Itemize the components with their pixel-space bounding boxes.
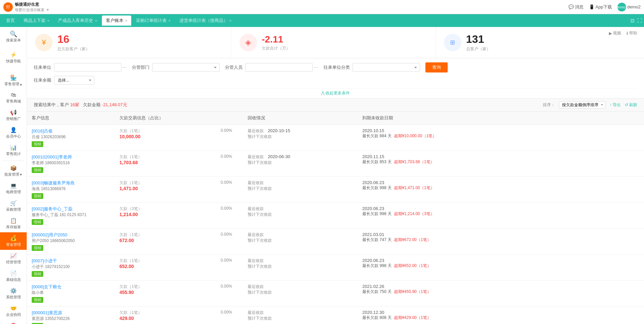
debt-amount-0[interactable]: 10,000.00	[119, 134, 211, 139]
sidebar-item-ecommerce[interactable]: 💻 电商管理	[0, 180, 27, 197]
sidebar-item-quick-nav[interactable]: ⚡ 快捷导航	[0, 49, 27, 66]
filter-collapse-btn[interactable]: ⋀ 收起更多条件	[34, 88, 637, 98]
cell-due-date-2: 2020.06.23 最长欠款 998 天 超期¥1,471.00（1笔）	[358, 177, 644, 203]
source-unit-more[interactable]: ···	[122, 64, 127, 70]
customer-name-6[interactable]: [0006]去下粮仓	[32, 284, 110, 290]
customer-name-7[interactable]: [000001]黄思源	[32, 310, 110, 316]
sidebar-item-basic[interactable]: 📄 基础信息	[0, 267, 27, 285]
customer-name-5[interactable]: [0007]小进干	[32, 258, 110, 264]
last-collect-4: 最近收款	[248, 232, 353, 238]
sidebar-search[interactable]: 🔍 搜索菜单	[0, 27, 27, 46]
customer-name-1[interactable]: [0001020001]李老师	[32, 154, 110, 160]
sidebar-item-purchase[interactable]: 🛒 采购管理	[0, 197, 27, 215]
search-button[interactable]: 查询	[425, 62, 448, 72]
debt-amount-6[interactable]: 455.90	[119, 290, 211, 295]
sidebar-item-operations[interactable]: 📈 经营管理	[0, 250, 27, 267]
tab-products-history[interactable]: 产成品入库单历史 ×	[54, 16, 101, 26]
manager-input[interactable]	[245, 63, 313, 72]
tab-maximize-btn[interactable]: ⛶	[637, 18, 642, 23]
sidebar-item-retail-mgmt[interactable]: 🏪 零售管理 ▲	[0, 72, 27, 89]
export-btn[interactable]: ↑ 导出	[610, 102, 621, 108]
sidebar-quick-nav-section: ⚡ 快捷导航	[0, 46, 27, 69]
tab-customer-account[interactable]: 客户账本 ×	[102, 16, 131, 26]
tab-close-purchase-product[interactable]: ×	[229, 19, 231, 23]
debt-amount-5[interactable]: 652.00	[119, 264, 211, 269]
debt-count-0: 欠款（1笔）	[119, 128, 211, 134]
due-date-0: 2020.10.15	[362, 128, 639, 133]
message-btn[interactable]: 💬 消息	[568, 4, 584, 10]
app-download-btn[interactable]: 📱 App下载	[589, 4, 612, 10]
sidebar-item-system[interactable]: ⚙️ 系统管理	[0, 285, 27, 302]
filter-manager: 分管人员 ···	[225, 63, 318, 72]
due-date-1: 2020.11.15	[362, 154, 639, 159]
sidebar-item-enterprise[interactable]: 🤝 企业协同	[0, 302, 27, 320]
search-icon: 🔍	[0, 30, 27, 38]
overdue-info-6: 最长欠款 750 天 超期¥455.90（1笔）	[362, 289, 639, 295]
tabs-bar: 首页 商品上下架 × 产成品入库单历史 × 客户账本 × 采购订单统计表 × 进…	[0, 14, 644, 27]
cell-customer-info-1: [0001020001]李老师 李老师 18600391516 现销	[27, 151, 115, 177]
sidebar-item-batch-mgmt[interactable]: 📦 批发管理 ▼	[0, 162, 27, 180]
tab-close-products-history[interactable]: ×	[95, 19, 97, 23]
col-customer-info: 客户信息	[27, 112, 115, 125]
customer-name-4[interactable]: [000002]用户2050	[32, 232, 110, 238]
tab-restore-btn[interactable]: ⊡	[631, 18, 635, 23]
sidebar-item-inventory[interactable]: 📋 库存核算	[0, 215, 27, 232]
cell-debt-count-4: 欠款（1笔） 672.00	[115, 229, 216, 255]
overdue-link-3[interactable]: 超期¥1,214.00（3笔）	[394, 211, 435, 216]
cell-debt-count-3: 欠款（3笔） 1,214.00	[115, 203, 216, 229]
balance-select[interactable]: 选择...	[54, 76, 94, 85]
debt-amount-3[interactable]: 1,214.00	[119, 212, 211, 217]
tab-purchase-product[interactable]: 进货单统计表（按商品） ×	[175, 16, 235, 26]
stat-info-total: 131 总客户（家）	[466, 33, 491, 52]
filter-source-unit: 往来单位 ···	[34, 63, 127, 72]
help-btn[interactable]: ℹ 帮助	[626, 30, 637, 36]
user-profile[interactable]: demo2 demo2	[617, 3, 641, 11]
customer-name-2[interactable]: [0003]畅捷服务尹海燕	[32, 180, 110, 186]
customer-name-3[interactable]: [0002]服务中心_丁磊	[32, 206, 110, 212]
table-header: 客户信息 欠款交易信息（占比） 回收情况 到期未收款日期	[27, 112, 644, 125]
overdue-customers-icon: ¥	[35, 34, 53, 51]
sidebar-item-guide[interactable]: 🎯 新手引导	[0, 320, 27, 324]
sidebar-item-marketing[interactable]: 📢 营销推广	[0, 107, 27, 124]
tab-purchase-order[interactable]: 采购订单统计表 ×	[132, 16, 174, 26]
tab-home[interactable]: 首页	[2, 16, 19, 26]
overdue-link-4[interactable]: 超期¥672.00（1笔）	[394, 237, 431, 242]
sidebar-item-member[interactable]: 👤 会员中心	[0, 124, 27, 142]
sidebar-item-finance[interactable]: 💰 资金管理	[0, 232, 27, 250]
overdue-link-5[interactable]: 超期¥652.00（1笔）	[394, 263, 431, 268]
debt-amount-7[interactable]: 429.00	[119, 316, 211, 321]
sidebar-item-retail-stats[interactable]: 📊 零售统计	[0, 142, 27, 159]
overdue-link-1[interactable]: 超期¥1,703.68（1笔）	[394, 159, 435, 164]
tab-products-offline[interactable]: 商品上下架 ×	[20, 16, 53, 26]
debt-amount-2[interactable]: 1,471.00	[119, 186, 211, 191]
message-icon: 💬	[568, 4, 574, 9]
sort-select[interactable]: 按欠款金额倒序排序	[559, 101, 606, 109]
tab-close-purchase-order[interactable]: ×	[168, 19, 170, 23]
video-btn[interactable]: ▶ 视频	[609, 30, 621, 36]
cell-debt-percent-0: 0.00%	[216, 125, 243, 151]
unit-type-select[interactable]	[353, 63, 420, 72]
source-unit-input[interactable]	[54, 63, 121, 72]
debt-total-icon: ◈	[240, 34, 257, 51]
overdue-link-7[interactable]: 超期¥429.00（1笔）	[394, 315, 431, 320]
debt-percent-5: 0.00%	[221, 258, 238, 263]
debt-amount-4[interactable]: 672.00	[119, 238, 211, 243]
dept-select[interactable]	[152, 63, 220, 72]
manager-more[interactable]: ···	[313, 64, 318, 70]
content-area: ¥ 16 总欠款客户（家） ◈ -2.11 欠款合计（万） ⊞ 131 总客户（…	[27, 27, 644, 324]
overdue-info-5: 最长欠款 998 天 超期¥652.00（1笔）	[362, 263, 639, 269]
overdue-link-2[interactable]: 超期¥1,471.00（1笔）	[394, 185, 435, 190]
overdue-link-0[interactable]: 超期¥10,000.00（1笔）	[394, 134, 437, 138]
customer-contact-1: 李老师 18600391516	[32, 160, 110, 166]
refresh-btn[interactable]: ↺ 刷新	[625, 102, 637, 108]
export-icon: ↑	[610, 102, 612, 107]
overdue-link-6[interactable]: 超期¥455.90（1笔）	[394, 289, 431, 294]
app-icon: 📱	[589, 4, 594, 9]
debt-amount-1[interactable]: 1,703.68	[119, 160, 211, 165]
customer-name-0[interactable]: [0016]吕俊	[32, 128, 110, 134]
top-bar-left: 好 畅捷通好生意 母婴行业演示账套 ▼	[3, 2, 50, 12]
tab-close-products-offline[interactable]: ×	[47, 19, 49, 23]
tab-close-customer-account[interactable]: ×	[125, 19, 127, 23]
sidebar-item-retail-mall[interactable]: 🛍 零售商城	[0, 89, 27, 107]
customer-tag-3: 现销	[32, 219, 43, 225]
